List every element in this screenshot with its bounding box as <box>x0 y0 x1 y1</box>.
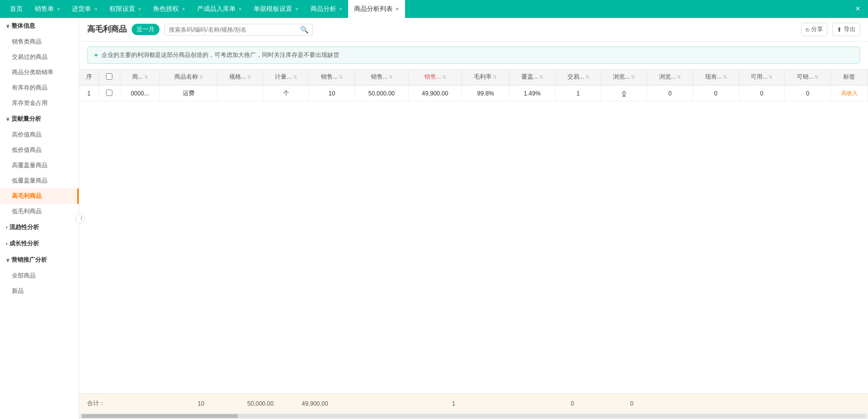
sidebar-item-high-coverage[interactable]: 高覆盖量商品 <box>0 158 79 173</box>
sidebar-item-low-coverage[interactable]: 低覆盖量商品 <box>0 173 79 188</box>
footer-label: 合计： <box>87 399 186 408</box>
sidebar-item-low-margin[interactable]: 低毛利商品 <box>0 204 79 219</box>
search-input[interactable] <box>169 26 300 33</box>
close-all-button[interactable]: × <box>852 4 864 13</box>
scrollbar-track[interactable] <box>81 414 866 418</box>
col-sales-amt[interactable]: 销售... ⇅ <box>355 69 408 86</box>
sidebar-item-traded-goods[interactable]: 交易过的商品 <box>0 49 79 65</box>
col-current-stock[interactable]: 现有... ⇅ <box>693 69 739 86</box>
sidebar-item-category-sales-rate[interactable]: 商品分类助销率 <box>0 65 79 80</box>
nav-permission-settings[interactable]: 权限设置 × <box>103 0 147 18</box>
close-icon[interactable]: × <box>57 6 60 12</box>
table-wrapper[interactable]: 序 商... ⇅ 商品名称 <box>79 69 868 393</box>
sort-icon: ⇅ <box>539 74 543 80</box>
share-button[interactable]: ⎋ 分享 <box>801 23 827 36</box>
table-footer: 合计： 10 50,000.00 49,900.00 1 0 0 <box>79 393 868 413</box>
col-name[interactable]: 商品名称 ⇅ <box>160 69 217 86</box>
sidebar-collapse-button[interactable]: 《 <box>75 214 85 224</box>
col-seq: 序 <box>79 69 99 86</box>
sidebar-group-contribution[interactable]: ∨ 贡献量分析 <box>0 111 79 127</box>
row-checkbox[interactable] <box>106 90 112 96</box>
top-navigation: 首页 销售单 × 进货单 × 权限设置 × 角色授权 × 产成品入库单 × 单据… <box>0 0 868 18</box>
cell-sales-qty: 10 <box>309 86 355 101</box>
close-icon[interactable]: × <box>339 6 342 12</box>
nav-home[interactable]: 首页 <box>4 0 29 18</box>
scrollbar-thumb[interactable] <box>81 414 238 418</box>
sidebar-group-growth[interactable]: › 成长性分析 <box>0 235 79 252</box>
close-icon[interactable]: × <box>138 6 141 12</box>
col-coverage[interactable]: 覆盖... ⇅ <box>509 69 555 86</box>
col-checkbox[interactable] <box>99 69 120 86</box>
content-header: 高毛利商品 近一月 🔍 ⎋ 分享 ⬆ 导出 <box>79 18 868 42</box>
close-icon[interactable]: × <box>94 6 97 12</box>
search-icon[interactable]: 🔍 <box>300 26 308 34</box>
page-title: 高毛利商品 <box>87 24 127 35</box>
col-unit[interactable]: 计量... ⇅ <box>263 69 309 86</box>
arrow-icon: ∨ <box>6 23 9 29</box>
info-icon: ✦ <box>94 52 99 59</box>
close-icon[interactable]: × <box>295 6 298 12</box>
arrow-icon: › <box>6 225 7 230</box>
sort-icon: ⇅ <box>677 74 681 80</box>
cell-tag: 高收入 <box>831 86 868 101</box>
content-area: 高毛利商品 近一月 🔍 ⎋ 分享 ⬆ 导出 ✦ 企业的主要的利润都是这部分商品创… <box>79 18 868 419</box>
nav-role-auth[interactable]: 角色授权 × <box>147 0 191 18</box>
nav-product-analysis-list[interactable]: 商品分析列表 × <box>348 0 405 18</box>
close-icon[interactable]: × <box>396 6 399 12</box>
nav-product-analysis[interactable]: 商品分析 × <box>305 0 348 18</box>
cell-browse-count[interactable]: 0 <box>601 86 647 101</box>
select-all-checkbox[interactable] <box>106 73 112 80</box>
sidebar-item-low-value[interactable]: 低价值商品 <box>0 142 79 158</box>
col-tag: 标签 <box>831 69 868 86</box>
col-gross-rate[interactable]: 毛利率 ⇅ <box>462 69 510 86</box>
sidebar-item-stock-fund[interactable]: 库存资金占用 <box>0 95 79 111</box>
cell-checkbox[interactable] <box>99 86 120 101</box>
sidebar-item-all-goods[interactable]: 全部商品 <box>0 268 79 283</box>
footer-transactions: 1 <box>439 400 468 407</box>
col-available-stock[interactable]: 可用... ⇅ <box>739 69 785 86</box>
close-icon[interactable]: × <box>239 6 242 12</box>
col-sellable-stock[interactable]: 可销... ⇅ <box>785 69 831 86</box>
sidebar-group-trend[interactable]: › 流趋性分析 <box>0 219 79 235</box>
sidebar-item-in-stock-goods[interactable]: 有库存的商品 <box>0 80 79 95</box>
sort-icon: ⇅ <box>199 74 203 80</box>
export-icon: ⬆ <box>837 26 842 33</box>
col-browse-rate[interactable]: 浏览... ⇅ <box>647 69 693 86</box>
cell-sales-amt: 50,000.00 <box>355 86 408 101</box>
col-code[interactable]: 商... ⇅ <box>120 69 160 86</box>
footer-current-stock: 0 <box>558 400 587 407</box>
cell-spec <box>217 86 263 101</box>
info-banner: ✦ 企业的主要的利润都是这部分商品创造的，可考虑加大推广，同时关注库存是不要出现… <box>87 47 860 64</box>
close-icon[interactable]: × <box>182 6 185 12</box>
sort-icon: ⇅ <box>144 74 148 80</box>
horizontal-scrollbar[interactable] <box>79 413 868 419</box>
export-button[interactable]: ⬆ 导出 <box>832 23 860 36</box>
period-button[interactable]: 近一月 <box>132 24 159 35</box>
sidebar-item-new-goods[interactable]: 新品 <box>0 283 79 299</box>
cell-sellable-stock: 0 <box>785 86 831 101</box>
nav-product-storage[interactable]: 产成品入库单 × <box>191 0 248 18</box>
col-sales-qty[interactable]: 销售... ⇅ <box>309 69 355 86</box>
header-actions: ⎋ 分享 ⬆ 导出 <box>801 23 860 36</box>
col-sales-cost[interactable]: 销售... ⇅ <box>408 69 462 86</box>
nav-sales-order[interactable]: 销售单 × <box>29 0 66 18</box>
table-header-row: 序 商... ⇅ 商品名称 <box>79 69 868 86</box>
sort-icon: ⇅ <box>247 74 251 80</box>
sort-icon: ⇅ <box>339 74 343 80</box>
col-spec[interactable]: 规格... ⇅ <box>217 69 263 86</box>
sort-icon: ⇅ <box>293 74 297 80</box>
sidebar-group-marketing[interactable]: ∨ 营销推广分析 <box>0 252 79 268</box>
cell-gross-rate: 99.8% <box>462 86 510 101</box>
nav-purchase-order[interactable]: 进货单 × <box>66 0 103 18</box>
sort-icon: ⇅ <box>768 74 772 80</box>
sidebar-group-overall[interactable]: ∨ 整体信息 <box>0 18 79 34</box>
col-transactions[interactable]: 交易... ⇅ <box>555 69 601 86</box>
col-browse-count[interactable]: 浏览... ⇅ <box>601 69 647 86</box>
sidebar-item-sales-goods[interactable]: 销售类商品 <box>0 34 79 49</box>
cell-current-stock: 0 <box>693 86 739 101</box>
share-icon: ⎋ <box>806 26 809 33</box>
nav-template-settings[interactable]: 单据模板设置 × <box>248 0 304 18</box>
sidebar-item-high-margin[interactable]: 高毛利商品 <box>0 188 79 204</box>
cell-coverage: 1.49% <box>509 86 555 101</box>
sidebar-item-high-value[interactable]: 高价值商品 <box>0 127 79 142</box>
